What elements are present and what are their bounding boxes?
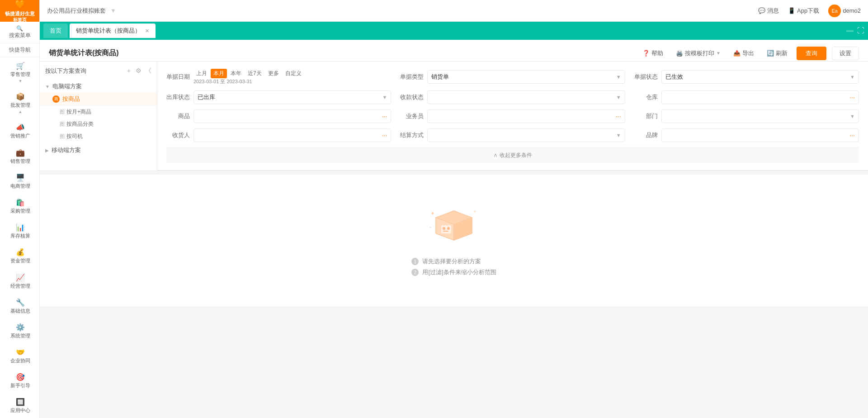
- messages-btn[interactable]: 💬 消息: [758, 7, 779, 15]
- tip-num-1: 1: [411, 258, 419, 265]
- recvstatus-control[interactable]: ▼: [427, 90, 625, 104]
- quicknav-label: 快捷导航: [0, 46, 39, 54]
- filter-item-by-category[interactable]: 图 按商品分类: [40, 118, 157, 130]
- date-tab-more[interactable]: 更多: [265, 69, 282, 78]
- filter-item-by-driver[interactable]: 图 按司机: [40, 130, 157, 142]
- avatar-text: Ea: [832, 8, 838, 14]
- filter-item-by-goods[interactable]: 商 按商品: [40, 92, 157, 106]
- date-tab-current-year[interactable]: 本年: [228, 69, 244, 78]
- finance-icon: 💰: [16, 248, 25, 256]
- svg-point-5: [443, 227, 445, 230]
- goods-dots: ···: [382, 113, 387, 120]
- staff-control[interactable]: ···: [427, 109, 625, 123]
- guide-label: 新手引导: [10, 383, 30, 389]
- sidebar-quicknav[interactable]: 快捷导航: [0, 43, 39, 57]
- empty-icon-wrapper: ✦ ✦ ✦: [427, 202, 481, 248]
- date-tab-current-month[interactable]: 本月: [211, 69, 227, 78]
- marketing-label: 营销推广: [10, 133, 30, 139]
- sidebar-item-corp[interactable]: 🤝 企业协同: [0, 343, 39, 368]
- corp-icon: 🤝: [16, 348, 25, 356]
- retail-icon: 🛒: [16, 62, 25, 70]
- sales-tab-label: 销货单统计表（按商品）: [76, 27, 141, 35]
- sidebar-search[interactable]: 🔍 搜索菜单: [0, 22, 39, 43]
- receiver-control[interactable]: ···: [193, 128, 391, 142]
- dept-label: 部门: [634, 112, 658, 120]
- system-label: 系统管理: [10, 333, 30, 339]
- tab-maximize-btn[interactable]: ⛶: [857, 27, 864, 35]
- sidebar-item-purchase[interactable]: 🛍️ 采购管理: [0, 194, 39, 218]
- sidebar-item-basics[interactable]: 🔧 基础信息: [0, 294, 39, 318]
- user-info[interactable]: Ea demo2: [828, 5, 861, 17]
- sidebar-item-marketing[interactable]: 📣 营销推广: [0, 119, 39, 143]
- page-content: 销货单统计表(按商品) ❓ 帮助 🖨️ 按模板打印 ▼ 📤 导出 🔄 刷新: [40, 40, 868, 418]
- tab-close-btn[interactable]: ✕: [145, 28, 149, 34]
- tip-num-2: 2: [411, 269, 419, 276]
- collapse-more-btn[interactable]: ∧ 收起更多条件: [166, 147, 859, 163]
- app-download-btn[interactable]: 📱 App下载: [788, 7, 819, 15]
- operations-label: 经营管理: [10, 283, 30, 289]
- filter-item-by-month-goods[interactable]: 图 按月+商品: [40, 106, 157, 118]
- page-title: 销货单统计表(按商品): [49, 48, 119, 58]
- add-scheme-btn[interactable]: ＋: [126, 67, 132, 75]
- docstatus-control[interactable]: 已生效 ▼: [661, 70, 859, 84]
- export-btn[interactable]: 📤 导出: [730, 48, 758, 59]
- doctype-control[interactable]: 销货单 ▼: [427, 70, 625, 84]
- filter-sidebar-header: 按以下方案查询 ＋ ⚙ 《: [40, 67, 157, 79]
- dept-control[interactable]: ▼: [661, 109, 859, 123]
- collapse-sidebar-btn[interactable]: 《: [145, 67, 151, 75]
- brand-dots: ···: [849, 132, 855, 139]
- help-label: 帮助: [651, 49, 663, 57]
- settle-control[interactable]: ▼: [427, 128, 625, 142]
- docstatus-label: 单据状态: [634, 73, 658, 81]
- operations-icon: 📈: [16, 273, 25, 282]
- sidebar-item-inventory[interactable]: 📊 库存核算: [0, 218, 39, 243]
- sidebar-item-apps[interactable]: 🔲 应用中心: [0, 393, 39, 418]
- group-mobile-label: 移动端方案: [52, 146, 81, 154]
- date-tab-7days[interactable]: 近7天: [245, 69, 264, 78]
- breadcrumb-arrow: ▼: [110, 7, 116, 14]
- sidebar-item-ecommerce[interactable]: 🖥️ 电商管理: [0, 169, 39, 194]
- help-btn[interactable]: ❓ 帮助: [639, 48, 667, 59]
- filter-group-desktop-title[interactable]: ▼ 电脑端方案: [40, 81, 157, 92]
- filter-group-mobile-title[interactable]: ▶ 移动端方案: [40, 144, 157, 156]
- settings-button[interactable]: 设置: [832, 47, 859, 60]
- purchase-icon: 🛍️: [16, 198, 25, 207]
- warehouse-label: 仓库: [634, 93, 658, 101]
- sidebar-item-finance[interactable]: 💰 资金管理: [0, 243, 39, 268]
- page-header-actions: ❓ 帮助 🖨️ 按模板打印 ▼ 📤 导出 🔄 刷新 查询 设置: [639, 47, 859, 60]
- search-label: 搜索菜单: [3, 32, 37, 39]
- download-icon: 📱: [788, 7, 795, 14]
- tab-home[interactable]: 首页: [43, 24, 68, 38]
- tab-sales-stats[interactable]: 销货单统计表（按商品） ✕: [70, 24, 156, 38]
- settle-label: 结算方式: [400, 131, 424, 139]
- sidebar-item-operations[interactable]: 📈 经营管理: [0, 269, 39, 294]
- refresh-btn[interactable]: 🔄 刷新: [763, 48, 791, 59]
- query-button[interactable]: 查询: [797, 47, 826, 60]
- by-goods-icon: 商: [52, 95, 60, 103]
- warehouse-control[interactable]: ···: [661, 90, 859, 104]
- sidebar: 🧡 畅捷通好生意 标签页 🔍 搜索菜单 快捷导航 🛒 零售管理 ▼ 📦 批发管理…: [0, 0, 40, 418]
- print-btn[interactable]: 🖨️ 按模板打印 ▼: [672, 48, 724, 59]
- sidebar-item-guide[interactable]: 🎯 新手引导: [0, 368, 39, 393]
- date-tab-last-month[interactable]: 上月: [193, 69, 210, 78]
- top-header: 办公用品行业模拟账套 ▼ 💬 消息 📱 App下载 Ea demo2: [40, 0, 868, 22]
- outstatus-control[interactable]: 已出库 ▼: [193, 90, 391, 104]
- retail-label: 零售管理: [10, 71, 30, 77]
- sidebar-item-sales[interactable]: 💼 销售管理: [0, 144, 39, 169]
- sidebar-item-wholesale[interactable]: 📦 批发管理 ▲: [0, 88, 39, 119]
- date-label: 单据日期: [166, 73, 190, 81]
- sidebar-item-system[interactable]: ⚙️ 系统管理: [0, 318, 39, 343]
- settings-scheme-btn[interactable]: ⚙: [136, 67, 142, 75]
- empty-tip-2: 2 用[过滤]条件来缩小分析范围: [411, 268, 496, 276]
- brand-control[interactable]: ···: [661, 128, 859, 142]
- ecommerce-icon: 🖥️: [16, 173, 25, 182]
- tip-text-2: 用[过滤]条件来缩小分析范围: [422, 268, 496, 276]
- goods-control[interactable]: ···: [193, 109, 391, 123]
- app-download-label: App下载: [797, 7, 819, 15]
- sidebar-item-retail[interactable]: 🛒 零售管理 ▼: [0, 57, 39, 88]
- export-icon: 📤: [733, 50, 741, 57]
- date-tab-custom[interactable]: 自定义: [283, 69, 304, 78]
- recvstatus-label: 收款状态: [400, 93, 424, 101]
- header-left: 办公用品行业模拟账套 ▼: [47, 7, 117, 15]
- tab-minimize-btn[interactable]: —: [846, 27, 854, 35]
